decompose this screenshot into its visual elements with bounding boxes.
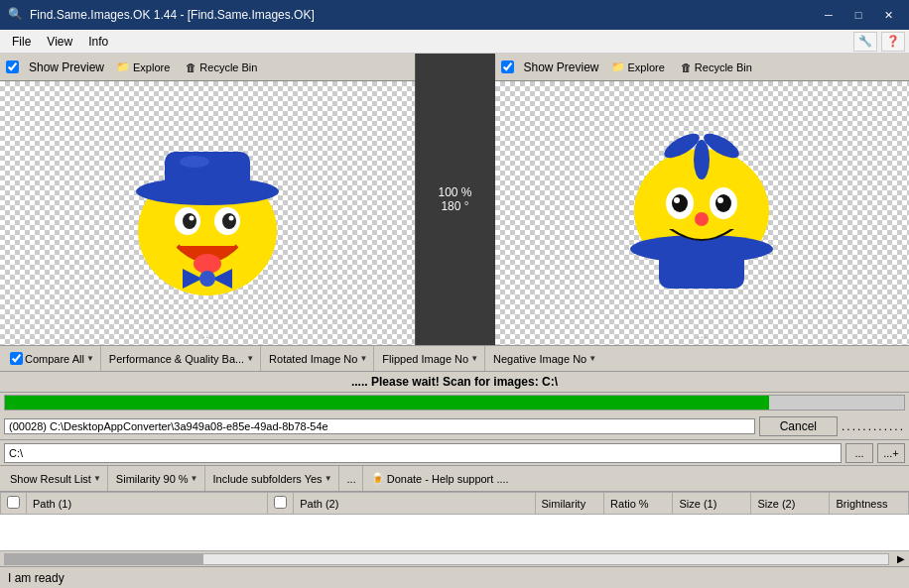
menu-view[interactable]: View <box>39 33 80 51</box>
svg-point-13 <box>199 271 215 287</box>
progress-fill <box>5 396 769 410</box>
svg-point-27 <box>695 212 709 226</box>
hscroll-thumb[interactable] <box>5 554 203 564</box>
left-show-preview-label: Show Preview <box>29 60 104 74</box>
negative-control[interactable]: Negative Image No ▼ <box>487 346 602 371</box>
right-ellipsis: ... <box>697 327 707 341</box>
recycle-icon: 🗑 <box>186 61 196 73</box>
svg-rect-16 <box>659 249 744 289</box>
file-path-label: (00028) C:\DesktopAppConverter\3a949a08-… <box>4 418 755 434</box>
svg-point-24 <box>715 194 731 212</box>
right-recycle-button[interactable]: 🗑 Recycle Bin <box>677 60 756 74</box>
compare-all-checkbox[interactable] <box>10 352 23 365</box>
rotated-control[interactable]: Rotated Image No ▼ <box>263 346 374 371</box>
svg-rect-2 <box>165 152 250 193</box>
window-title: Find.Same.Images.OK 1.44 - [Find.Same.Im… <box>30 8 816 22</box>
rotated-arrow: ▼ <box>359 354 367 363</box>
zoom-level: 100 % <box>438 185 471 199</box>
results-table: Path (1) Path (2) Similarity Ratio % Siz… <box>0 492 909 515</box>
extra-control[interactable]: ... <box>341 466 363 491</box>
menubar-icons: 🔧 ❓ <box>853 32 905 52</box>
folder-icon-right: 📁 <box>611 60 625 73</box>
file-path-row: (00028) C:\DesktopAppConverter\3a949a08-… <box>0 412 909 440</box>
minimize-button[interactable]: ─ <box>816 5 842 25</box>
col-header-ratio: Ratio % <box>604 493 673 515</box>
svg-point-3 <box>180 156 209 168</box>
col-header-size2: Size (2) <box>751 493 830 515</box>
controls-bar: Compare All ▼ Performance & Quality Ba..… <box>0 346 909 372</box>
right-preview-pane: Show Preview 📁 Explore 🗑 Recycle Bin <box>495 54 910 345</box>
select-all-checkbox[interactable] <box>7 496 20 509</box>
show-result-control[interactable]: Show Result List ▼ <box>4 466 108 491</box>
browse-add-button[interactable]: ...+ <box>877 443 905 463</box>
col-header-check2 <box>268 493 294 515</box>
close-button[interactable]: ✕ <box>875 5 901 25</box>
donate-control[interactable]: 🍺 Donate - Help support .... <box>365 466 515 491</box>
similarity-arrow: ▼ <box>191 474 198 483</box>
svg-point-23 <box>672 194 688 212</box>
menu-bar: File View Info 🔧 ❓ <box>0 30 909 54</box>
processing-dots: ............ <box>842 419 905 433</box>
right-explore-button[interactable]: 📁 Explore <box>607 59 669 74</box>
preview-area: Show Preview 📁 Explore 🗑 Recycle Bin <box>0 54 909 346</box>
select-all-checkbox2[interactable] <box>274 496 287 509</box>
left-preview-pane: Show Preview 📁 Explore 🗑 Recycle Bin <box>0 54 416 345</box>
folder-path-input[interactable] <box>4 443 842 463</box>
right-show-preview-checkbox[interactable] <box>501 60 514 73</box>
col-header-path1: Path (1) <box>27 493 268 515</box>
negative-arrow: ▼ <box>588 354 596 363</box>
flipped-control[interactable]: Flipped Image No ▼ <box>376 346 485 371</box>
center-info-panel: 100 % 180 ° <box>416 54 495 345</box>
svg-point-26 <box>717 197 723 203</box>
table-header-row: Path (1) Path (2) Similarity Ratio % Siz… <box>1 493 909 515</box>
progress-row <box>0 393 909 412</box>
status-message: I am ready <box>8 571 65 585</box>
right-preview-image <box>617 132 786 295</box>
left-ellipsis: ... <box>202 327 212 341</box>
right-show-preview-label: Show Preview <box>524 60 599 74</box>
col-header-check <box>1 493 27 515</box>
menu-file[interactable]: File <box>4 33 39 51</box>
rotation-angle: 180 ° <box>441 199 468 213</box>
left-show-preview-checkbox[interactable] <box>6 60 19 73</box>
svg-point-8 <box>189 215 194 220</box>
results-table-container[interactable]: Path (1) Path (2) Similarity Ratio % Siz… <box>0 492 909 550</box>
main-window: Show Preview 📁 Explore 🗑 Recycle Bin <box>0 54 909 588</box>
status-bar: I am ready <box>0 566 909 588</box>
flipped-arrow: ▼ <box>470 354 478 363</box>
title-bar: 🔍 Find.Same.Images.OK 1.44 - [Find.Same.… <box>0 0 909 30</box>
right-preview-toolbar: Show Preview 📁 Explore 🗑 Recycle Bin <box>495 54 910 81</box>
cancel-button[interactable]: Cancel <box>759 416 838 436</box>
help-icon-btn[interactable]: ❓ <box>881 32 905 52</box>
hscroll-track[interactable] <box>4 553 889 565</box>
hscroll-row: ▶ <box>0 550 909 566</box>
folder-row: ... ...+ <box>0 440 909 466</box>
scan-status: ..... Please wait! Scan for images: C:\ <box>0 372 909 393</box>
hscroll-right-arrow[interactable]: ▶ <box>893 553 909 564</box>
subfolders-control[interactable]: Include subfolders Yes ▼ <box>207 466 339 491</box>
result-controls: Show Result List ▼ Similarity 90 % ▼ Inc… <box>0 466 909 492</box>
show-result-arrow: ▼ <box>93 474 101 483</box>
folder-icon: 📁 <box>116 60 130 73</box>
left-preview-image <box>123 132 292 295</box>
performance-control[interactable]: Performance & Quality Ba... ▼ <box>103 346 261 371</box>
left-preview-image-area: ... <box>0 81 415 345</box>
col-header-path2: Path (2) <box>294 493 535 515</box>
progress-track <box>4 395 905 411</box>
subfolders-arrow: ▼ <box>325 474 332 483</box>
maximize-button[interactable]: □ <box>845 5 871 25</box>
left-explore-button[interactable]: 📁 Explore <box>112 59 174 74</box>
svg-point-20 <box>694 140 710 179</box>
svg-point-6 <box>183 213 196 229</box>
svg-point-7 <box>222 213 236 229</box>
browse-button[interactable]: ... <box>845 443 873 463</box>
left-recycle-button[interactable]: 🗑 Recycle Bin <box>182 60 261 74</box>
compare-all-arrow: ▼ <box>86 354 94 363</box>
compare-all-control[interactable]: Compare All ▼ <box>4 346 101 371</box>
recycle-icon-right: 🗑 <box>681 61 692 73</box>
similarity-control[interactable]: Similarity 90 % ▼ <box>110 466 205 491</box>
settings-icon-btn[interactable]: 🔧 <box>853 32 877 52</box>
col-header-size1: Size (1) <box>673 493 751 515</box>
left-preview-toolbar: Show Preview 📁 Explore 🗑 Recycle Bin <box>0 54 415 81</box>
menu-info[interactable]: Info <box>80 33 116 51</box>
